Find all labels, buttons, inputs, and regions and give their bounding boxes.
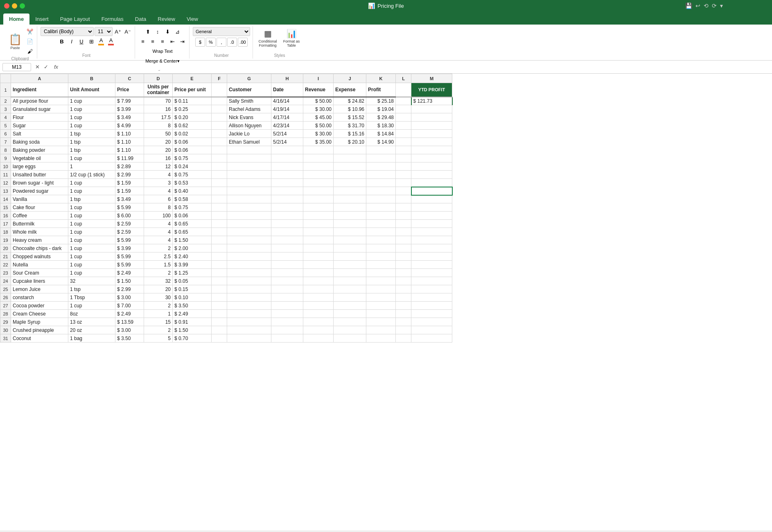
cell-C16[interactable]: $ 6.00 <box>115 212 144 220</box>
cell-L28[interactable] <box>396 310 411 318</box>
cell-L22[interactable] <box>396 261 411 269</box>
cell-C31[interactable]: $ 3.50 <box>115 334 144 343</box>
cell-D19[interactable]: 4 <box>144 236 173 244</box>
cell-G30[interactable] <box>227 326 271 334</box>
comma-button[interactable]: , <box>217 38 226 47</box>
cell-E6[interactable]: $ 0.02 <box>173 130 212 138</box>
cell-G15[interactable] <box>227 203 271 212</box>
cell-E2[interactable]: $ 0.11 <box>173 97 212 105</box>
cell-K20[interactable] <box>366 244 396 252</box>
cell-D30[interactable]: 2 <box>144 326 173 334</box>
cell-F22[interactable] <box>212 261 227 269</box>
cell-G2[interactable]: Sally Smith <box>227 97 271 105</box>
row-header-10[interactable]: 10 <box>0 162 11 171</box>
cell-E4[interactable]: $ 0.20 <box>173 113 212 122</box>
cell-A15[interactable]: Cake flour <box>11 203 68 212</box>
cell-D31[interactable]: 5 <box>144 334 173 343</box>
cell-J5[interactable]: $ 31.70 <box>334 122 366 130</box>
col-header-K[interactable]: K <box>366 74 396 83</box>
row-header-1[interactable]: 1 <box>0 83 11 97</box>
cell-E21[interactable]: $ 2.40 <box>173 252 212 261</box>
cell-K6[interactable]: $ 14.84 <box>366 130 396 138</box>
cell-B13[interactable]: 1 cup <box>68 187 115 195</box>
cell-M14[interactable] <box>411 195 452 203</box>
cell-F24[interactable] <box>212 277 227 285</box>
cell-J27[interactable] <box>334 302 366 310</box>
cell-L10[interactable] <box>396 162 411 171</box>
cell-E25[interactable]: $ 0.15 <box>173 285 212 293</box>
tab-view[interactable]: View <box>181 14 204 25</box>
cell-G27[interactable] <box>227 302 271 310</box>
cell-F8[interactable] <box>212 146 227 154</box>
cell-H9[interactable] <box>271 154 303 162</box>
cell-G5[interactable]: Allison Nguyen <box>227 122 271 130</box>
cell-D22[interactable]: 1.5 <box>144 261 173 269</box>
cell-K2[interactable]: $ 25.18 <box>366 97 396 105</box>
cell-J19[interactable] <box>334 236 366 244</box>
cell-L4[interactable] <box>396 113 411 122</box>
cell-F28[interactable] <box>212 310 227 318</box>
cell-D24[interactable]: 32 <box>144 277 173 285</box>
cell-I24[interactable] <box>303 277 334 285</box>
cell-M24[interactable] <box>411 277 452 285</box>
cell-H22[interactable] <box>271 261 303 269</box>
row-header-4[interactable]: 4 <box>0 113 11 122</box>
cell-E5[interactable]: $ 0.62 <box>173 122 212 130</box>
cell-C22[interactable]: $ 5.99 <box>115 261 144 269</box>
cell-H15[interactable] <box>271 203 303 212</box>
increase-font-button[interactable]: A⁺ <box>113 27 122 36</box>
cell-C7[interactable]: $ 1.10 <box>115 138 144 146</box>
cell-C13[interactable]: $ 1.59 <box>115 187 144 195</box>
cell-B5[interactable]: 1 cup <box>68 122 115 130</box>
row-header-11[interactable]: 11 <box>0 171 11 179</box>
cell-H1[interactable]: Date <box>271 83 303 97</box>
cell-C6[interactable]: $ 1.10 <box>115 130 144 138</box>
row-header-12[interactable]: 12 <box>0 179 11 187</box>
cell-M18[interactable] <box>411 228 452 236</box>
cell-I1[interactable]: Revenue <box>303 83 334 97</box>
cell-K23[interactable] <box>366 269 396 277</box>
cell-D14[interactable]: 6 <box>144 195 173 203</box>
cell-H3[interactable]: 4/19/14 <box>271 105 303 113</box>
cell-L7[interactable] <box>396 138 411 146</box>
cell-A16[interactable]: Coffee <box>11 212 68 220</box>
cell-A28[interactable]: Cream Cheese <box>11 310 68 318</box>
cell-B18[interactable]: 1 cup <box>68 228 115 236</box>
cell-H16[interactable] <box>271 212 303 220</box>
cell-F20[interactable] <box>212 244 227 252</box>
cell-G1[interactable]: Customer <box>227 83 271 97</box>
cell-I28[interactable] <box>303 310 334 318</box>
cell-G21[interactable] <box>227 252 271 261</box>
cell-C14[interactable]: $ 3.49 <box>115 195 144 203</box>
cell-H28[interactable] <box>271 310 303 318</box>
cell-J15[interactable] <box>334 203 366 212</box>
row-header-8[interactable]: 8 <box>0 146 11 154</box>
cell-L31[interactable] <box>396 334 411 343</box>
cell-F21[interactable] <box>212 252 227 261</box>
cell-I25[interactable] <box>303 285 334 293</box>
cell-M1[interactable]: YTD PROFIT <box>411 83 452 97</box>
cell-I2[interactable]: $ 50.00 <box>303 97 334 105</box>
cell-I17[interactable] <box>303 220 334 228</box>
cell-E17[interactable]: $ 0.65 <box>173 220 212 228</box>
cell-L17[interactable] <box>396 220 411 228</box>
cell-H11[interactable] <box>271 171 303 179</box>
font-family-select[interactable]: Calibri (Body) <box>41 27 94 36</box>
italic-button[interactable]: I <box>67 37 76 46</box>
cell-E10[interactable]: $ 0.24 <box>173 162 212 171</box>
col-header-H[interactable]: H <box>271 74 303 83</box>
cell-B12[interactable]: 1 cup <box>68 179 115 187</box>
row-header-30[interactable]: 30 <box>0 326 11 334</box>
cell-M21[interactable] <box>411 252 452 261</box>
cell-J24[interactable] <box>334 277 366 285</box>
cell-F11[interactable] <box>212 171 227 179</box>
cell-A14[interactable]: Vanilla <box>11 195 68 203</box>
cell-F1[interactable] <box>212 83 227 97</box>
cell-A13[interactable]: Powdered sugar <box>11 187 68 195</box>
row-header-25[interactable]: 25 <box>0 285 11 293</box>
col-header-D[interactable]: D <box>144 74 173 83</box>
cell-K1[interactable]: Profit <box>366 83 396 97</box>
row-header-28[interactable]: 28 <box>0 310 11 318</box>
fill-color-button[interactable]: A <box>97 37 106 46</box>
cell-H12[interactable] <box>271 179 303 187</box>
